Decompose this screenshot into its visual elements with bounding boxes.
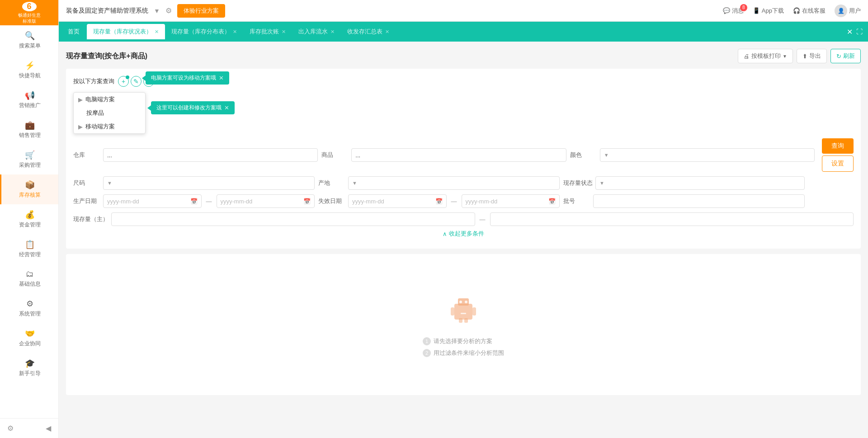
tab-collect[interactable]: 收发存汇总表 ✕	[341, 24, 396, 39]
sidebar-item-basic[interactable]: 🗂 基础信息	[0, 264, 58, 293]
filter-row-1: 仓库 ... 商品 ... 颜色 ▼	[73, 138, 854, 172]
tab-close-inventory-status[interactable]: ✕	[155, 29, 159, 35]
inventory-icon: 📦	[25, 180, 35, 190]
header-left: 装备及固定资产辅助管理系统 ▼ ⚙ 体验行业方案	[66, 4, 225, 18]
stock-status-select[interactable]: ▼	[595, 176, 805, 190]
dot-indicator	[126, 75, 129, 79]
color-select[interactable]: ▼	[600, 148, 815, 162]
field-product: 商品 ...	[321, 148, 566, 162]
tooltip-create-close[interactable]: ✕	[224, 104, 229, 111]
size-dropdown-icon: ▼	[107, 180, 112, 186]
warehouse-select[interactable]: ...	[103, 148, 318, 162]
tree-expand-icon: ▶	[78, 96, 83, 103]
tab-close-batch[interactable]: ✕	[282, 29, 286, 35]
tab-inventory-dist[interactable]: 现存量（库存分布表） ✕	[165, 24, 243, 39]
empty-tip-1: 1 请先选择要分析的方案	[423, 335, 504, 347]
scheme-tree-item-massage[interactable]: 按摩品	[74, 106, 145, 120]
field-warehouse: 仓库 ...	[73, 148, 318, 162]
sidebar-item-system[interactable]: ⚙ 系统管理	[0, 293, 58, 323]
filter-collapse-button[interactable]: ∧ 收起更多条件	[73, 226, 854, 241]
field-color: 颜色 ▼	[570, 148, 815, 162]
message-icon: 💬	[723, 7, 730, 14]
sidebar-item-sales[interactable]: 💼 销售管理	[0, 115, 58, 145]
online-support-button[interactable]: 🎧 在线客服	[793, 7, 826, 15]
refresh-icon: ↻	[836, 53, 841, 60]
guide-icon: 🎓	[25, 358, 35, 368]
tab-close-inout[interactable]: ✕	[330, 29, 335, 35]
print-button[interactable]: 🖨 按模板打印 ▼	[738, 49, 793, 63]
fullscreen-icon[interactable]: ⛶	[856, 28, 863, 35]
sidebar-item-search[interactable]: 🔍 搜索菜单	[0, 25, 58, 55]
prod-date-start[interactable]: yyyy-mm-dd 📅	[103, 194, 202, 208]
scheme-tree-item-desktop[interactable]: ▶ 电脑端方案	[74, 93, 145, 106]
sidebar-item-inventory[interactable]: 📦 库存核算	[0, 174, 58, 204]
filter-row-4: 现存量（主） —	[73, 212, 854, 226]
svg-rect-4	[461, 313, 466, 314]
chevron-up-icon: ∧	[443, 231, 447, 237]
header-right: 💬 消息 8 📱 App下载 🎧 在线客服 👤 用户	[723, 5, 861, 17]
tab-close-inventory-dist[interactable]: ✕	[233, 29, 237, 35]
experience-button[interactable]: 体验行业方案	[177, 4, 225, 18]
refresh-button[interactable]: ↻ 刷新	[830, 49, 861, 63]
sidebar-collapse-icon[interactable]: ◀	[46, 424, 51, 433]
tooltip-scheme: 电脑方案可设为移动方案哦 ✕	[146, 71, 229, 85]
size-select[interactable]: ▼	[103, 176, 315, 190]
color-dropdown-icon: ▼	[604, 152, 609, 158]
origin-select[interactable]: ▼	[348, 176, 560, 190]
stock-qty-max[interactable]	[490, 212, 854, 226]
tab-batch[interactable]: 库存批次账 ✕	[243, 24, 292, 39]
header-settings-icon[interactable]: ⚙	[165, 6, 172, 15]
tab-home[interactable]: 首页	[61, 24, 87, 39]
svg-rect-5	[451, 307, 454, 316]
scheme-tree: ▶ 电脑端方案 按摩品 ▶ 移动端方案	[73, 92, 146, 134]
sidebar-item-marketing[interactable]: 📢 营销推广	[0, 85, 58, 115]
batch-label: 批号	[563, 197, 590, 205]
scheme-section: ▶ 电脑端方案 按摩品 ▶ 移动端方案 这里可以创建和修改方案哦 ✕	[73, 92, 854, 134]
reset-button[interactable]: 设置	[822, 155, 854, 172]
expire-date-start[interactable]: yyyy-mm-dd 📅	[348, 194, 447, 208]
origin-label: 产地	[318, 179, 345, 187]
sidebar-settings-icon[interactable]: ⚙	[7, 424, 14, 433]
tab-inout[interactable]: 出入库流水 ✕	[292, 24, 341, 39]
scheme-tree-item-mobile[interactable]: ▶ 移动端方案	[74, 120, 145, 133]
add-scheme-button[interactable]: +	[118, 76, 129, 87]
sidebar-item-finance[interactable]: 💰 资金管理	[0, 204, 58, 234]
stock-qty-min[interactable]	[111, 212, 475, 226]
expire-date-end[interactable]: yyyy-mm-dd 📅	[462, 194, 560, 208]
print-dropdown-icon: ▼	[783, 54, 787, 59]
enterprise-icon: 🤝	[25, 329, 35, 339]
sidebar-item-purchase[interactable]: 🛒 采购管理	[0, 145, 58, 174]
user-menu[interactable]: 👤 用户	[835, 5, 861, 17]
product-label: 商品	[321, 151, 349, 159]
tip-num-2: 2	[423, 349, 431, 357]
sidebar-item-guide[interactable]: 🎓 新手引导	[0, 353, 58, 383]
top-header: 装备及固定资产辅助管理系统 ▼ ⚙ 体验行业方案 💬 消息 8 📱 App下载 …	[59, 0, 868, 22]
product-select[interactable]: ...	[351, 148, 566, 162]
message-button[interactable]: 💬 消息 8	[723, 7, 744, 15]
sidebar-item-enterprise[interactable]: 🤝 企业协同	[0, 323, 58, 353]
search-button[interactable]: 查询	[822, 138, 854, 154]
app-download-button[interactable]: 📱 App下载	[753, 7, 784, 15]
color-label: 颜色	[570, 151, 597, 159]
prod-date-label: 生产日期	[73, 197, 100, 205]
tab-close-collect[interactable]: ✕	[385, 29, 389, 35]
empty-tips: 1 请先选择要分析的方案 2 用过滤条件来缩小分析范围	[423, 335, 504, 359]
logo-icon: 6	[22, 2, 37, 11]
sidebar-item-quick[interactable]: ⚡ 快捷导航	[0, 55, 58, 85]
user-avatar: 👤	[835, 5, 847, 17]
export-button[interactable]: ⬆ 导出	[797, 49, 827, 63]
headset-icon: 🎧	[793, 7, 800, 14]
field-batch: 批号	[563, 194, 805, 208]
tooltip-scheme-close[interactable]: ✕	[219, 75, 224, 81]
filter-row-2: 尺码 ▼ 产地 ▼ 现存量状态 ▼	[73, 176, 854, 190]
tab-inventory-status[interactable]: 现存量（库存状况表） ✕	[87, 24, 165, 39]
filter-header: 按以下方案查询 + ✎ ← 电脑方案可设为移动方案	[73, 76, 854, 87]
sidebar-item-operations[interactable]: 📋 经营管理	[0, 234, 58, 264]
close-all-tabs-icon[interactable]: ✕	[847, 28, 853, 36]
header-dropdown-icon[interactable]: ▼	[154, 7, 160, 14]
batch-input[interactable]	[593, 194, 805, 208]
svg-point-2	[459, 301, 462, 303]
prod-date-end[interactable]: yyyy-mm-dd 📅	[217, 194, 315, 208]
edit-icon: ✎	[133, 78, 139, 85]
edit-scheme-button[interactable]: ✎	[131, 76, 142, 87]
